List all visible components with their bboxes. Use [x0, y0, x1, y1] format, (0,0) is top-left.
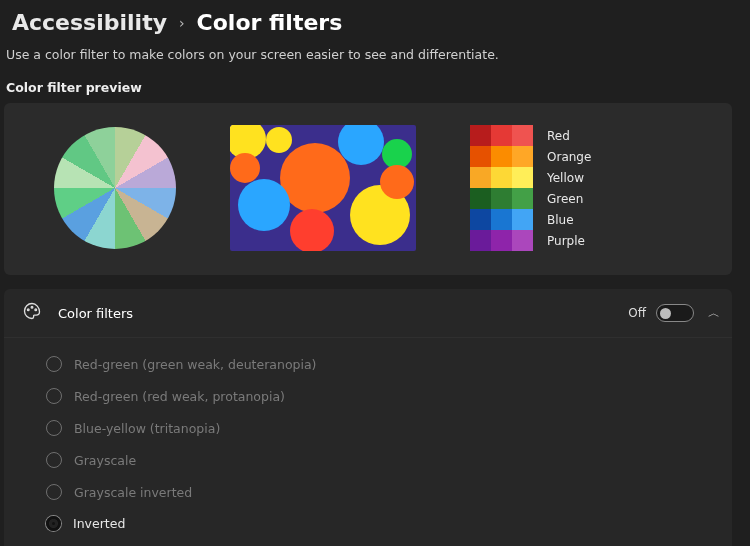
color-filter-preview: Red Orange Yellow Green Blue Purple — [4, 103, 732, 275]
sample-image-preview — [230, 125, 416, 251]
color-filters-title: Color filters — [58, 306, 628, 321]
swatch-row-orange: Orange — [470, 146, 591, 167]
filter-option-grayscale-inverted[interactable]: Grayscale inverted — [46, 476, 732, 508]
swatch-purple — [470, 230, 533, 251]
chevron-up-icon[interactable]: ︿ — [708, 305, 720, 322]
filter-option-label: Inverted — [73, 516, 125, 531]
svg-point-0 — [27, 309, 29, 311]
filter-option-label: Red-green (red weak, protanopia) — [74, 389, 285, 404]
swatch-orange — [470, 146, 533, 167]
breadcrumb-parent[interactable]: Accessibility — [12, 10, 167, 35]
breadcrumb: Accessibility › Color filters — [4, 6, 732, 41]
swatch-row-red: Red — [470, 125, 591, 146]
swatch-blue — [470, 209, 533, 230]
swatch-row-purple: Purple — [470, 230, 591, 251]
filter-option-protanopia[interactable]: Red-green (red weak, protanopia) — [46, 380, 732, 412]
preview-section-label: Color filter preview — [4, 80, 732, 103]
swatch-label: Green — [547, 192, 583, 206]
swatch-row-yellow: Yellow — [470, 167, 591, 188]
color-wheel-preview — [54, 127, 176, 249]
color-filter-options: Red-green (green weak, deuteranopia) Red… — [4, 338, 732, 546]
swatch-red — [470, 125, 533, 146]
color-filters-toggle[interactable] — [656, 304, 694, 322]
filter-option-label: Grayscale — [74, 453, 136, 468]
swatch-label: Purple — [547, 234, 585, 248]
filter-option-tritanopia[interactable]: Blue-yellow (tritanopia) — [46, 412, 732, 444]
palette-icon — [22, 301, 42, 325]
filter-option-label: Blue-yellow (tritanopia) — [74, 421, 220, 436]
color-swatch-legend: Red Orange Yellow Green Blue Purple — [470, 125, 591, 251]
filter-option-label: Red-green (green weak, deuteranopia) — [74, 357, 317, 372]
swatch-row-blue: Blue — [470, 209, 591, 230]
swatch-label: Blue — [547, 213, 574, 227]
filter-option-label: Grayscale inverted — [74, 485, 192, 500]
swatch-green — [470, 188, 533, 209]
color-filters-state: Off — [628, 306, 646, 320]
filter-option-grayscale[interactable]: Grayscale — [46, 444, 732, 476]
chevron-right-icon: › — [179, 15, 185, 31]
svg-point-2 — [35, 309, 37, 311]
page-subtitle: Use a color filter to make colors on you… — [4, 41, 732, 80]
swatch-row-green: Green — [470, 188, 591, 209]
swatch-label: Orange — [547, 150, 591, 164]
filter-option-deuteranopia[interactable]: Red-green (green weak, deuteranopia) — [46, 348, 732, 380]
color-filters-toggle-row[interactable]: Color filters Off ︿ — [4, 289, 732, 338]
swatch-label: Yellow — [547, 171, 584, 185]
page-title: Color filters — [197, 10, 343, 35]
swatch-label: Red — [547, 129, 570, 143]
color-filters-settings-card: Color filters Off ︿ Red-green (green wea… — [4, 289, 732, 546]
svg-point-1 — [31, 306, 33, 308]
swatch-yellow — [470, 167, 533, 188]
filter-option-inverted[interactable]: Inverted — [46, 508, 732, 539]
